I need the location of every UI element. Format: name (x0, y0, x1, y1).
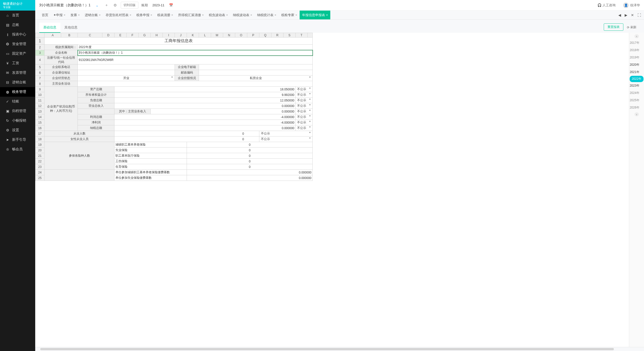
pub-dropdown[interactable]: 不公示 (296, 125, 313, 131)
close-icon[interactable]: × (274, 13, 276, 17)
tab[interactable]: 首页 (39, 11, 51, 19)
col-header[interactable]: H (151, 33, 163, 38)
sidebar-item[interactable]: ¥工资 (0, 58, 35, 68)
close-icon[interactable]: × (250, 13, 252, 17)
tab[interactable]: 税检专家× (279, 11, 300, 19)
tab[interactable]: 年报信息申报表× (300, 11, 330, 19)
year-item[interactable]: 2025年 (630, 97, 643, 104)
col-header[interactable]: N (223, 33, 235, 38)
tab-fullscreen-icon[interactable]: ⛶ (636, 12, 642, 18)
sidebar-item[interactable]: ▭固定资产 (0, 49, 35, 58)
sidebar-item[interactable]: ✉发票管理 (0, 68, 35, 78)
col-header[interactable]: D (102, 33, 114, 38)
year-down-icon[interactable]: ∨ (634, 112, 639, 116)
close-icon[interactable]: × (226, 13, 228, 17)
tab-next-icon[interactable]: ▶ (623, 12, 629, 18)
row-header[interactable]: 25 (35, 175, 45, 181)
year-item[interactable]: 2023年 (630, 82, 643, 89)
row-header[interactable]: 5 (35, 64, 45, 70)
col-header[interactable]: Q (259, 33, 271, 38)
row-header[interactable]: 19 (35, 142, 45, 148)
period-cell[interactable]: 2022年度 (78, 45, 313, 50)
close-icon[interactable]: × (64, 13, 65, 17)
tab[interactable]: 税务申报× (134, 11, 155, 19)
tab-prev-icon[interactable]: ◀ (617, 12, 623, 18)
col-header[interactable]: P (247, 33, 259, 38)
tab[interactable]: 纳税统计表× (255, 11, 279, 19)
pub-dropdown[interactable]: 不公示 (296, 109, 313, 114)
col-header[interactable] (35, 33, 45, 38)
account-name[interactable]: 刘小艳演示账套（勿删勿动！）1 (39, 3, 91, 8)
reg-cell[interactable]: 91320811MA7NGR2W6R (78, 56, 313, 64)
col-header[interactable]: S (284, 33, 296, 38)
spreadsheet[interactable]: ABCDEFGHIJKLMNOPQRST1工商年报信息表2税款所属期间：2022… (35, 33, 313, 181)
pub-dropdown[interactable]: 不公示 (296, 103, 313, 109)
tab-close-icon[interactable]: ✕ (629, 12, 635, 18)
tab[interactable]: 进销台账× (82, 11, 103, 19)
pub-dropdown[interactable]: 不公示 (259, 131, 313, 136)
close-icon[interactable]: × (202, 13, 204, 17)
close-icon[interactable]: × (99, 13, 101, 17)
subtab-basic[interactable]: 基础信息 (39, 23, 60, 33)
year-item[interactable]: 2026年 (630, 104, 643, 111)
pub-dropdown[interactable]: 不公示 (296, 92, 313, 98)
add-icon[interactable]: ＋ (104, 3, 109, 8)
sidebar-item[interactable]: ⌂首页 (0, 11, 35, 20)
tab[interactable]: 税表清册× (155, 11, 176, 19)
user-menu[interactable]: 👤 徐泽华 (623, 3, 640, 8)
col-header[interactable]: E (114, 33, 127, 38)
switch-old-button[interactable]: 切到旧版 (121, 2, 138, 9)
tab[interactable]: 发票× (68, 11, 82, 19)
sidebar-item[interactable]: ❂资金管理 (0, 39, 35, 49)
col-header[interactable]: J (175, 33, 187, 38)
col-header[interactable]: K (187, 33, 199, 38)
chevron-down-icon[interactable]: ⌄ (94, 3, 101, 7)
sidebar-item[interactable]: ↻小畅报销 (0, 116, 35, 125)
row-header[interactable]: 10 (35, 92, 45, 98)
tab[interactable]: 纳税波动表× (230, 11, 255, 19)
sidebar-item[interactable]: ⊟进销台账 (0, 78, 35, 87)
row-header[interactable]: 14 (35, 114, 45, 120)
status-dropdown[interactable]: 开业 (78, 76, 175, 81)
calendar-icon[interactable]: 📅 (169, 3, 173, 7)
subtab-other[interactable]: 其他信息 (60, 23, 82, 33)
sidebar-item[interactable]: ✓结账 (0, 97, 35, 106)
col-header[interactable]: T (296, 33, 308, 38)
sidebar-item[interactable]: ▣归档管理 (0, 106, 35, 116)
close-icon[interactable]: × (78, 13, 80, 17)
horizontal-scrollbar[interactable] (35, 347, 644, 351)
pub-dropdown[interactable]: 不公示 (296, 120, 313, 125)
close-icon[interactable]: × (150, 13, 152, 17)
row-header[interactable]: 22 (35, 159, 45, 164)
year-item[interactable]: 2021年 (630, 68, 643, 76)
close-icon[interactable]: × (130, 13, 131, 17)
col-header[interactable]: C (78, 33, 102, 38)
col-header[interactable]: B (61, 33, 78, 38)
tab[interactable]: 税负波动表× (206, 11, 230, 19)
row-header[interactable]: 20 (35, 148, 45, 153)
row-header[interactable]: 16 (35, 125, 45, 131)
tab[interactable]: ✦申报× (51, 11, 68, 19)
col-header[interactable]: A (45, 33, 61, 38)
row-header[interactable]: 15 (35, 120, 45, 125)
close-icon[interactable]: × (295, 13, 297, 17)
close-icon[interactable]: × (171, 13, 173, 17)
year-item[interactable]: 2022年 (630, 76, 643, 82)
row-header[interactable]: 9 (35, 87, 45, 92)
year-item[interactable]: 2024年 (630, 89, 643, 97)
refresh-button[interactable]: ⟳ 刷新 (623, 24, 640, 31)
year-item[interactable]: 2017年 (630, 39, 643, 47)
row-header[interactable]: 13 (35, 109, 45, 114)
col-header[interactable]: G (139, 33, 151, 38)
year-up-icon[interactable]: ∧ (634, 34, 639, 38)
sidebar-item[interactable]: ◍税务管理 (0, 87, 35, 97)
sidebar-item[interactable]: ⚙设置 (0, 125, 35, 135)
close-icon[interactable]: × (326, 13, 328, 17)
row-header[interactable]: 11 (35, 98, 45, 103)
row-header[interactable]: 3 (35, 50, 45, 56)
pub-dropdown[interactable]: 不公示 (296, 98, 313, 103)
tab[interactable]: 存货别名对照表× (103, 11, 134, 19)
pub-dropdown[interactable]: 不公示 (296, 87, 313, 92)
year-item[interactable]: 2018年 (630, 47, 643, 54)
year-item[interactable]: 2019年 (630, 54, 643, 61)
